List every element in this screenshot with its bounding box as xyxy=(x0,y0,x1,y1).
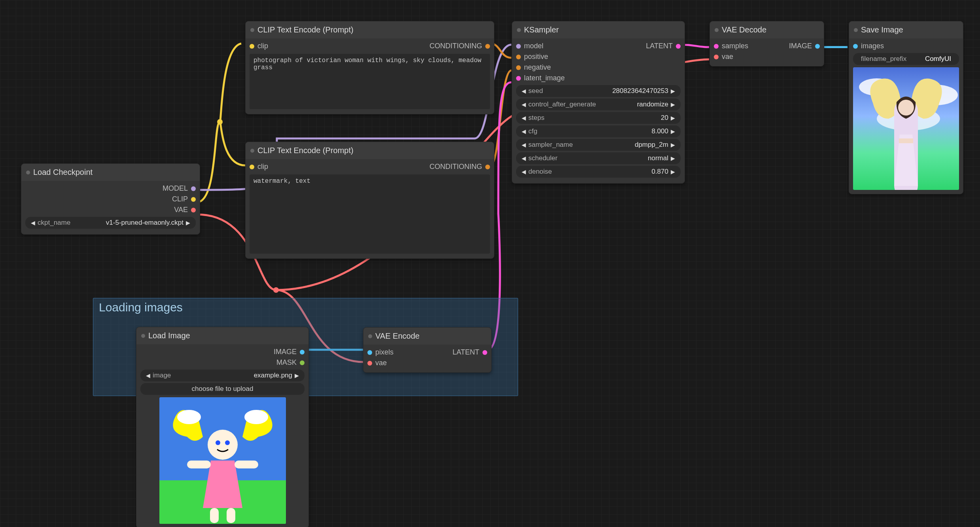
widget-filename-prefix[interactable]: filename_prefix ComfyUI xyxy=(853,53,959,65)
port-output-latent[interactable] xyxy=(676,44,681,49)
input-images-label: images xyxy=(861,42,884,50)
widget-scheduler[interactable]: ◀schedulernormal▶ xyxy=(516,152,681,164)
chevron-right-icon[interactable]: ▶ xyxy=(671,88,675,94)
node-save-image[interactable]: Save Image images filename_prefix ComfyU… xyxy=(849,21,963,194)
svg-rect-10 xyxy=(235,461,258,468)
port-input-model[interactable] xyxy=(516,44,521,49)
svg-point-4 xyxy=(177,410,201,424)
chevron-left-icon[interactable]: ◀ xyxy=(522,128,526,135)
node-ksampler[interactable]: KSampler model LATENT positive negative … xyxy=(512,21,685,184)
node-title[interactable]: KSampler xyxy=(512,21,685,38)
output-image-label: IMAGE xyxy=(789,42,812,50)
widget-denoise[interactable]: ◀denoise0.870▶ xyxy=(516,166,681,178)
output-vae-label: VAE xyxy=(174,206,188,214)
output-latent-label: LATENT xyxy=(646,42,673,50)
port-input-negative[interactable] xyxy=(516,65,521,70)
group-title: Loading images xyxy=(93,298,518,317)
port-input-images[interactable] xyxy=(853,44,858,49)
chevron-left-icon[interactable]: ◀ xyxy=(31,220,35,226)
output-mask-label: MASK xyxy=(276,358,297,367)
port-input-latent-image[interactable] xyxy=(516,76,521,81)
input-negative-label: negative xyxy=(524,63,551,72)
port-input-vae[interactable] xyxy=(367,361,372,366)
svg-point-5 xyxy=(244,410,268,424)
port-output-mask[interactable] xyxy=(300,360,305,365)
chevron-left-icon[interactable]: ◀ xyxy=(522,115,526,121)
input-latent-image-label: latent_image xyxy=(524,74,565,82)
chevron-right-icon[interactable]: ▶ xyxy=(671,101,675,108)
image-output-preview xyxy=(853,67,959,190)
input-pixels-label: pixels xyxy=(375,348,394,356)
svg-point-1 xyxy=(273,287,279,293)
input-clip-label: clip xyxy=(257,42,268,50)
node-title[interactable]: Save Image xyxy=(849,21,963,38)
port-input-samples[interactable] xyxy=(714,44,719,49)
port-input-vae[interactable] xyxy=(714,55,719,59)
port-input-clip[interactable] xyxy=(250,44,254,49)
port-output-vae[interactable] xyxy=(191,208,196,212)
image-preview xyxy=(159,397,286,524)
chevron-left-icon[interactable]: ◀ xyxy=(146,372,150,379)
port-output-image[interactable] xyxy=(815,44,820,49)
svg-rect-11 xyxy=(210,508,219,523)
prompt-text-input[interactable]: watermark, text xyxy=(250,174,490,254)
svg-point-18 xyxy=(898,100,914,116)
svg-point-6 xyxy=(208,430,238,460)
node-title[interactable]: VAE Encode xyxy=(363,328,491,345)
widget-cfg[interactable]: ◀cfg8.000▶ xyxy=(516,125,681,137)
node-vae-decode[interactable]: VAE Decode samples IMAGE vae xyxy=(709,21,824,66)
chevron-left-icon[interactable]: ◀ xyxy=(522,155,526,161)
output-model-label: MODEL xyxy=(163,184,188,193)
chevron-left-icon[interactable]: ◀ xyxy=(522,169,526,175)
chevron-left-icon[interactable]: ◀ xyxy=(522,88,526,94)
node-clip-text-encode-negative[interactable]: CLIP Text Encode (Prompt) clip CONDITION… xyxy=(245,142,494,259)
widget-control-after-generate[interactable]: ◀control_after_generaterandomize▶ xyxy=(516,99,681,110)
node-title[interactable]: VAE Decode xyxy=(710,21,824,38)
widget-steps[interactable]: ◀steps20▶ xyxy=(516,112,681,124)
port-input-clip[interactable] xyxy=(250,165,254,169)
port-output-clip[interactable] xyxy=(191,197,196,202)
svg-point-0 xyxy=(217,119,223,125)
svg-point-8 xyxy=(225,440,230,445)
input-model-label: model xyxy=(524,42,543,50)
port-input-positive[interactable] xyxy=(516,55,521,59)
chevron-right-icon[interactable]: ▶ xyxy=(671,142,675,148)
chevron-right-icon[interactable]: ▶ xyxy=(671,155,675,161)
input-clip-label: clip xyxy=(257,163,268,171)
chevron-right-icon[interactable]: ▶ xyxy=(671,128,675,135)
svg-point-7 xyxy=(216,440,220,445)
port-input-pixels[interactable] xyxy=(367,350,372,355)
prompt-text-input[interactable]: photograph of victorian woman with wings… xyxy=(250,54,490,109)
chevron-left-icon[interactable]: ◀ xyxy=(522,142,526,148)
output-image-label: IMAGE xyxy=(274,348,297,356)
input-vae-label: vae xyxy=(375,359,387,367)
node-load-image[interactable]: Load Image IMAGE MASK ◀ image example.pn… xyxy=(136,327,309,527)
widget-sampler-name[interactable]: ◀sampler_namedpmpp_2m▶ xyxy=(516,139,681,151)
chevron-left-icon[interactable]: ◀ xyxy=(522,101,526,108)
output-conditioning-label: CONDITIONING xyxy=(429,163,482,171)
node-title[interactable]: CLIP Text Encode (Prompt) xyxy=(246,21,494,38)
chevron-right-icon[interactable]: ▶ xyxy=(671,169,675,175)
node-title[interactable]: Load Image xyxy=(136,327,308,344)
node-title[interactable]: CLIP Text Encode (Prompt) xyxy=(246,142,494,159)
port-output-model[interactable] xyxy=(191,186,196,191)
widget-image[interactable]: ◀ image example.png ▶ xyxy=(140,370,305,381)
port-output-conditioning[interactable] xyxy=(485,44,490,49)
chevron-right-icon[interactable]: ▶ xyxy=(186,220,190,226)
port-output-image[interactable] xyxy=(300,350,305,354)
node-clip-text-encode-positive[interactable]: CLIP Text Encode (Prompt) clip CONDITION… xyxy=(245,21,494,114)
widget-seed[interactable]: ◀seed280823642470253▶ xyxy=(516,85,681,97)
node-load-checkpoint[interactable]: Load Checkpoint MODEL CLIP VAE ◀ ckpt_na… xyxy=(21,163,200,235)
output-latent-label: LATENT xyxy=(452,348,479,356)
input-vae-label: vae xyxy=(722,53,733,61)
port-output-conditioning[interactable] xyxy=(485,165,490,169)
chevron-right-icon[interactable]: ▶ xyxy=(671,115,675,121)
svg-rect-9 xyxy=(187,461,211,468)
svg-rect-12 xyxy=(227,508,235,523)
upload-button[interactable]: choose file to upload xyxy=(140,383,305,395)
chevron-right-icon[interactable]: ▶ xyxy=(295,372,299,379)
port-output-latent[interactable] xyxy=(482,350,487,355)
node-vae-encode[interactable]: VAE Encode pixels LATENT vae xyxy=(363,327,492,373)
node-title[interactable]: Load Checkpoint xyxy=(21,164,200,181)
widget-ckpt-name[interactable]: ◀ ckpt_name v1-5-pruned-emaonly.ckpt ▶ xyxy=(25,217,196,229)
